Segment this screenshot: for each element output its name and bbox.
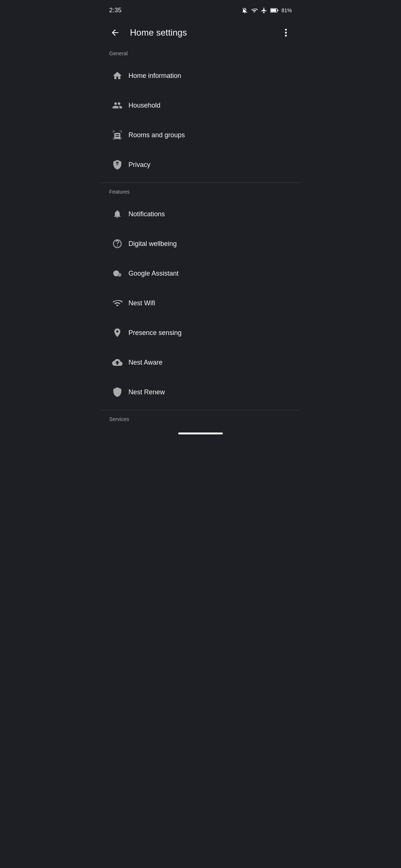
page-title: Home settings [130, 27, 187, 38]
status-time: 2:35 [109, 7, 121, 14]
divider-1 [100, 183, 301, 183]
menu-item-privacy[interactable]: Privacy [100, 150, 301, 180]
home-information-icon [109, 68, 125, 84]
privacy-icon [109, 157, 125, 173]
svg-rect-1 [271, 9, 276, 12]
menu-item-notifications[interactable]: Notifications [100, 199, 301, 229]
section-general: General Home information Household Rooms… [100, 47, 301, 180]
svg-point-3 [285, 29, 287, 31]
menu-item-nest-wifi[interactable]: Nest Wifi [100, 288, 301, 318]
battery-icon [270, 8, 278, 13]
household-label: Household [128, 102, 160, 109]
privacy-label: Privacy [128, 161, 150, 169]
wifi-status-icon [251, 7, 258, 14]
section-features: Features Notifications Digital wellbeing… [100, 186, 301, 407]
more-icon [285, 28, 287, 37]
home-bar [178, 433, 223, 434]
svg-point-8 [118, 273, 121, 277]
household-icon [109, 97, 125, 114]
rooms-groups-label: Rooms and groups [128, 131, 185, 139]
nest-aware-label: Nest Aware [128, 359, 163, 366]
airplane-icon [261, 7, 267, 14]
page-header: Home settings [100, 19, 301, 47]
section-label-general: General [100, 47, 301, 61]
menu-item-household[interactable]: Household [100, 91, 301, 120]
digital-wellbeing-icon [109, 236, 125, 252]
google-assistant-icon [109, 265, 125, 282]
svg-point-4 [285, 32, 287, 34]
rooms-groups-icon [109, 127, 125, 143]
divider-2 [100, 410, 301, 410]
section-services: Services [100, 413, 301, 427]
svg-point-5 [285, 35, 287, 37]
presence-sensing-icon [109, 325, 125, 341]
header-left: Home settings [108, 25, 187, 40]
menu-item-google-assistant[interactable]: Google Assistant [100, 259, 301, 288]
svg-rect-2 [277, 10, 278, 11]
nest-wifi-icon [109, 295, 125, 311]
menu-item-presence-sensing[interactable]: Presence sensing [100, 318, 301, 348]
menu-item-digital-wellbeing[interactable]: Digital wellbeing [100, 229, 301, 259]
menu-item-rooms-groups[interactable]: Rooms and groups [100, 120, 301, 150]
home-information-label: Home information [128, 72, 181, 80]
nest-renew-icon [109, 384, 125, 400]
menu-item-nest-renew[interactable]: Nest Renew [100, 377, 301, 407]
battery-percent: 81% [281, 7, 292, 13]
menu-item-nest-aware[interactable]: Nest Aware [100, 348, 301, 377]
notifications-label: Notifications [128, 210, 165, 218]
google-assistant-label: Google Assistant [128, 270, 179, 277]
presence-sensing-label: Presence sensing [128, 329, 182, 337]
nest-aware-icon [109, 354, 125, 371]
section-label-services: Services [100, 413, 301, 427]
status-icons: 81% [241, 7, 292, 14]
more-options-button[interactable] [278, 25, 293, 40]
mute-icon [241, 7, 248, 14]
menu-item-home-information[interactable]: Home information [100, 61, 301, 91]
digital-wellbeing-label: Digital wellbeing [128, 240, 177, 248]
back-button[interactable] [108, 25, 123, 40]
back-icon [110, 28, 120, 37]
status-bar: 2:35 81% [100, 0, 301, 19]
nest-renew-label: Nest Renew [128, 388, 165, 396]
notifications-icon [109, 206, 125, 222]
section-label-features: Features [100, 186, 301, 199]
nest-wifi-label: Nest Wifi [128, 299, 155, 307]
